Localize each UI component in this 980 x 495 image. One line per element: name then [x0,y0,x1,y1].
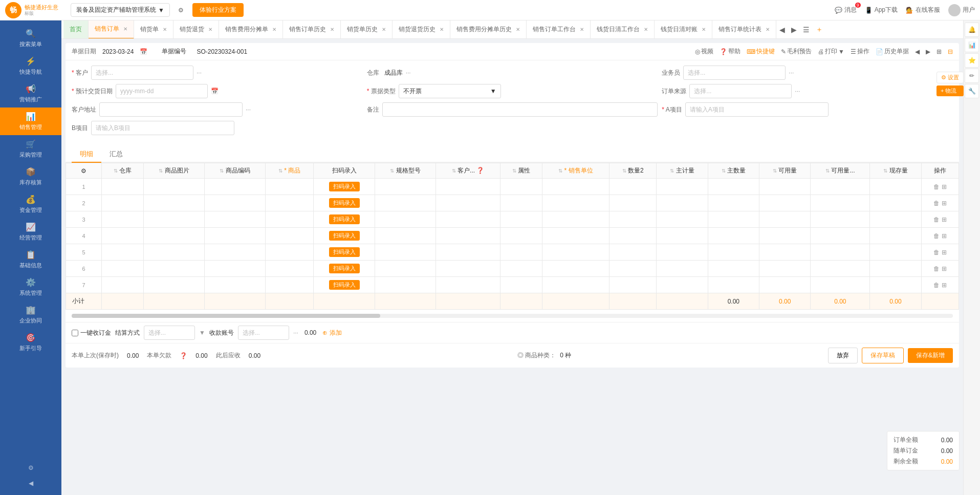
table-cell[interactable]: 扫码录入 [314,211,375,228]
table-cell[interactable] [143,228,204,244]
table-cell[interactable] [708,228,759,244]
tab-close-icon[interactable]: ✕ [163,27,167,32]
warehouse-more-icon[interactable]: ··· [406,69,411,76]
address-more-icon[interactable]: ··· [246,106,251,113]
tab-stats[interactable]: 销售订单统计表 ✕ [712,20,776,39]
table-cell[interactable] [102,277,144,293]
col-main-qty[interactable]: ⇅ 主数量 [708,163,759,179]
settings-icon[interactable]: ⚙ [174,3,188,17]
table-cell[interactable] [657,195,708,211]
table-cell[interactable] [708,195,759,211]
table-cell[interactable]: 扫码录入 [314,261,375,277]
tab-daily-account[interactable]: 钱货日清对账 ✕ [655,20,712,39]
tab-sales-invoice[interactable]: 销货单 ✕ [134,20,173,39]
tab-close-icon[interactable]: ✕ [382,27,386,32]
table-cell[interactable] [609,244,657,261]
date-picker-icon[interactable]: 📅 [211,88,219,95]
a-project-input[interactable] [685,102,829,117]
industry-button[interactable]: 体验行业方案 [192,3,244,17]
tab-return-history[interactable]: 销货退货历史 ✕ [393,20,450,39]
tab-close-icon[interactable]: ✕ [644,27,648,32]
table-cell[interactable] [542,261,609,277]
table-cell[interactable] [759,195,810,211]
table-cell[interactable] [542,211,609,228]
col-product[interactable]: ⇅ * 商品 [265,163,313,179]
table-cell[interactable] [542,179,609,195]
scan-button[interactable]: 扫码录入 [329,264,360,273]
table-cell[interactable]: 扫码录入 [314,179,375,195]
table-cell[interactable] [609,195,657,211]
table-cell[interactable] [102,228,144,244]
tab-sales-return[interactable]: 销货退货 ✕ [173,20,219,39]
tab-close-icon[interactable]: ✕ [702,27,706,32]
account-more-icon[interactable]: ··· [293,329,298,336]
table-cell[interactable] [375,195,436,211]
horizontal-scrollbar[interactable] [72,314,953,318]
table-cell[interactable] [436,277,500,293]
customer-more-icon[interactable]: ··· [197,69,202,76]
table-cell[interactable] [500,261,542,277]
profit-button[interactable]: ✎ 毛利预告 [781,47,812,56]
delete-row-icon[interactable]: 🗑 [933,232,940,240]
table-cell[interactable] [265,261,313,277]
scan-button[interactable]: 扫码录入 [329,247,360,257]
add-payment-button[interactable]: ⊕ 添加 [322,329,341,337]
col-attr[interactable]: ⇅ 属性 [500,163,542,179]
table-cell[interactable] [500,277,542,293]
table-cell[interactable] [708,261,759,277]
table-cell[interactable] [708,179,759,195]
table-cell[interactable] [204,244,265,261]
col-available[interactable]: ⇅ 可用量 [759,163,810,179]
right-btn-4[interactable]: ✏ [965,69,979,83]
table-cell[interactable] [609,211,657,228]
table-cell[interactable] [811,261,870,277]
help-button[interactable]: ❓ 帮助 [720,47,741,56]
add-logistics-button[interactable]: + 物流 [937,85,959,96]
table-cell[interactable] [657,211,708,228]
scan-button[interactable]: 扫码录入 [329,214,360,224]
table-cell[interactable] [759,244,810,261]
table-cell[interactable]: 扫码录入 [314,277,375,293]
customer-address-input[interactable] [99,102,243,117]
col-code[interactable]: ⇅ 商品编码 [204,163,265,179]
tab-prev-button[interactable]: ◀ [776,26,788,34]
table-cell[interactable] [204,195,265,211]
sidebar-item-enterprise[interactable]: 🏢 企业协同 [0,301,61,329]
app-download-button[interactable]: 📱 App下载 [865,6,898,14]
sidebar-item-basic[interactable]: 📋 基础信息 [0,246,61,273]
scan-button[interactable]: 扫码录入 [329,280,360,290]
table-cell[interactable] [609,261,657,277]
tab-close-icon[interactable]: ✕ [580,27,584,32]
order-source-more-icon[interactable]: ··· [795,88,800,95]
right-btn-2[interactable]: 📊 [965,38,979,52]
table-cell[interactable] [204,228,265,244]
table-cell[interactable] [375,179,436,195]
remarks-input[interactable] [382,102,658,117]
copy-row-icon[interactable]: ⊞ [942,200,947,207]
table-cell[interactable] [870,277,921,293]
copy-row-icon[interactable]: ⊞ [942,232,947,240]
col-image[interactable]: ⇅ 商品图片 [143,163,204,179]
table-cell[interactable] [657,179,708,195]
table-cell[interactable] [708,244,759,261]
save-new-button[interactable]: 保存&新增 [908,348,953,363]
preview-button[interactable]: ◎ 视频 [695,47,713,56]
col-qty2[interactable]: ⇅ 数量2 [609,163,657,179]
one-click-deposit-checkbox[interactable]: 一键收订金 [72,329,111,337]
table-cell[interactable] [265,277,313,293]
table-cell[interactable] [759,211,810,228]
settings-button[interactable]: ⚙ 设置 [937,72,959,83]
table-cell[interactable] [811,211,870,228]
table-cell[interactable] [102,244,144,261]
settlement-input[interactable] [144,326,195,340]
print-button[interactable]: 🖨 打印 ▼ [818,47,844,56]
sidebar-item-sales[interactable]: 📊 销售管理 [0,107,61,135]
table-cell[interactable] [870,195,921,211]
table-cell[interactable] [436,261,500,277]
table-cell[interactable] [708,211,759,228]
table-cell[interactable] [436,244,500,261]
table-cell[interactable] [143,211,204,228]
sidebar-item-operation[interactable]: 📈 经营管理 [0,218,61,246]
col-spec[interactable]: ⇅ 规格型号 [375,163,436,179]
table-cell[interactable] [143,195,204,211]
